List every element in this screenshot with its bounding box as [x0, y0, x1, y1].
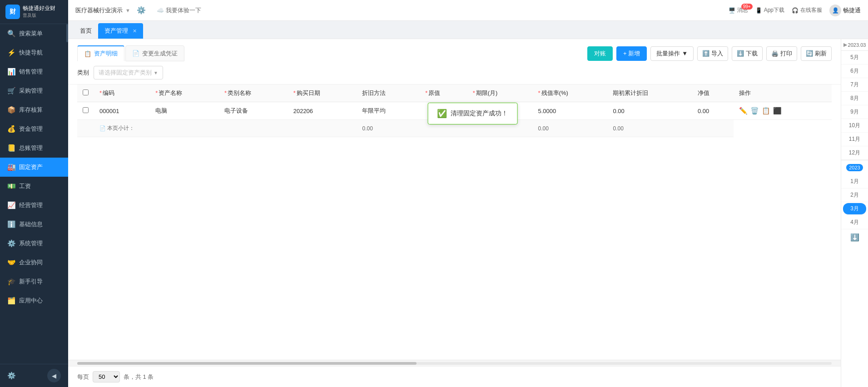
tab-home[interactable]: 首页	[75, 23, 96, 39]
timeline-month-apr[interactable]: 4月	[841, 216, 868, 229]
subtab-change-voucher[interactable]: 📄 变更生成凭证	[125, 45, 184, 61]
scrollbar-thumb[interactable]	[77, 362, 417, 365]
sales-icon: 📊	[7, 68, 15, 76]
category-filter-placeholder: 请选择固定资产类别	[99, 69, 152, 77]
sidebar-item-basic-info[interactable]: ℹ️ 基础信息	[0, 215, 68, 234]
row-residual-rate: 5.0000	[533, 102, 608, 120]
edit-icon[interactable]: ✏️	[739, 107, 748, 115]
experience-button[interactable]: ☁️ 我要体验一下	[157, 6, 201, 15]
sidebar-item-label: 企业协同	[19, 258, 43, 267]
filter-bar: 类别 请选择固定资产类别 ▼	[68, 61, 841, 84]
app-download-button[interactable]: 📱 App下载	[755, 6, 784, 14]
refresh-button[interactable]: 🔄 刷新	[801, 46, 832, 61]
import-button[interactable]: ⬆️ 导入	[697, 46, 728, 61]
app-download-label: App下载	[764, 6, 784, 14]
timeline-month-10[interactable]: 10月	[841, 119, 868, 133]
sidebar-item-app-center[interactable]: 🗂️ 应用中心	[0, 291, 68, 310]
content-area: 📋 资产明细 📄 变更生成凭证 对账 + 新增	[68, 39, 868, 387]
sidebar-item-guide[interactable]: 🎓 新手引导	[0, 272, 68, 291]
timeline-month-11[interactable]: 11月	[841, 133, 868, 146]
per-page-select[interactable]: 50 100 200	[93, 371, 120, 382]
timeline-collapse-icon[interactable]: ▶	[843, 42, 847, 48]
copy-icon[interactable]: 📋	[762, 107, 770, 115]
tab-close-icon[interactable]: ✕	[133, 28, 137, 34]
tabs-bar: 首页 资产管理 ✕	[68, 21, 868, 39]
user-menu[interactable]: 👤 畅捷通	[829, 5, 861, 16]
sidebar-item-label: 总账管理	[19, 144, 43, 152]
sidebar-logo: 财 畅捷通好业财 普及版	[0, 0, 68, 24]
sidebar-nav: 🔍 搜索菜单 ⚡ 快捷导航 📊 销售管理 🛒 采购管理 📦 库存核算 💰 资金管…	[0, 24, 68, 364]
sidebar-item-inventory[interactable]: 📦 库存核算	[0, 100, 68, 119]
refresh-icon: 🔄	[806, 50, 813, 57]
more-icon[interactable]: ⬛	[773, 107, 782, 115]
topbar-right: 🖥️ 消息 99+ 📱 App下载 🎧 在线客服 👤 畅捷通	[729, 5, 861, 16]
purchase-icon: 🛒	[7, 87, 15, 95]
sidebar-item-fixed-assets[interactable]: 🏭 固定资产	[0, 158, 68, 177]
timeline-month-mar-current[interactable]: 3月	[843, 203, 866, 215]
timeline-month-12[interactable]: 12月	[841, 146, 868, 160]
topbar-settings-icon[interactable]: ⚙️	[135, 4, 148, 16]
sidebar-item-label: 资金管理	[19, 125, 43, 133]
row-accumulated-depreciation: 0.00	[607, 102, 692, 120]
category-filter-select[interactable]: 请选择固定资产类别 ▼	[94, 66, 163, 79]
timeline-down-nav: ⬇️	[841, 229, 868, 245]
settings-bottom-icon[interactable]: ⚙️	[7, 372, 16, 380]
messages-button[interactable]: 🖥️ 消息 99+	[729, 6, 748, 14]
th-purchase-date: *购买日期	[288, 84, 357, 102]
sidebar-item-sales[interactable]: 📊 销售管理	[0, 62, 68, 81]
timeline-down-icon[interactable]: ⬇️	[850, 233, 859, 242]
category-filter-label: 类别	[77, 69, 89, 77]
avatar: 👤	[829, 5, 841, 16]
row-category: 电子设备	[219, 102, 288, 120]
sidebar-item-payroll[interactable]: 💵 工资	[0, 177, 68, 196]
message-icon: 🖥️	[729, 7, 735, 14]
app-center-icon: 🗂️	[7, 297, 15, 305]
th-period: *期限(月)	[467, 84, 533, 102]
timeline-month-9[interactable]: 9月	[841, 105, 868, 119]
row-code: 000001	[94, 102, 150, 120]
sidebar-item-label: 系统管理	[19, 239, 43, 248]
logo-icon: 财	[5, 5, 20, 19]
subtotal-accumulated: 0.00	[533, 120, 608, 137]
company-selector[interactable]: 医疗器械行业演示 ▼	[75, 6, 130, 15]
subtab-asset-detail[interactable]: 📋 资产明细	[77, 45, 124, 61]
tab-asset-management[interactable]: 资产管理 ✕	[98, 23, 143, 39]
logo-sub: 普及版	[23, 12, 55, 19]
sidebar-item-label: 应用中心	[19, 297, 43, 305]
timeline-month-jan[interactable]: 1月	[841, 175, 868, 189]
tab-home-label: 首页	[80, 27, 92, 34]
add-new-button[interactable]: + 新增	[616, 46, 647, 61]
print-label: 打印	[780, 50, 792, 58]
timeline-month-6[interactable]: 6月	[841, 64, 868, 78]
delete-icon[interactable]: 🗑️	[750, 107, 759, 115]
sidebar-item-label: 新手引导	[19, 278, 43, 286]
sidebar-item-finance[interactable]: 💰 资金管理	[0, 119, 68, 139]
tab-asset-label: 资产管理	[104, 27, 128, 34]
print-button[interactable]: 🖨️ 打印	[766, 46, 797, 61]
timeline-month-7[interactable]: 7月	[841, 78, 868, 92]
sidebar-collapse-button[interactable]: ◀	[47, 369, 61, 382]
sidebar-scrollbar	[66, 24, 68, 42]
customer-service-button[interactable]: 🎧 在线客服	[792, 6, 822, 14]
horizontal-scrollbar[interactable]	[68, 360, 841, 366]
sidebar-item-management[interactable]: 📈 经营管理	[0, 196, 68, 215]
row-actions: ✏️ 🗑️ 📋 ⬛	[734, 102, 832, 120]
sidebar-item-quicknav[interactable]: ⚡ 快捷导航	[0, 43, 68, 62]
sidebar-item-search[interactable]: 🔍 搜索菜单	[0, 24, 68, 43]
action-icons: ✏️ 🗑️ 📋 ⬛	[739, 107, 826, 115]
sidebar-item-label: 工资	[19, 182, 31, 190]
sidebar-item-collab[interactable]: 🤝 企业协同	[0, 253, 68, 272]
sidebar-item-label: 固定资产	[19, 163, 43, 171]
timeline-month-feb[interactable]: 2月	[841, 189, 868, 202]
select-all-checkbox[interactable]	[83, 89, 89, 95]
timeline-month-8[interactable]: 8月	[841, 92, 868, 105]
timeline-month-5[interactable]: 5月	[841, 51, 868, 64]
reconcile-button[interactable]: 对账	[587, 46, 613, 61]
download-button[interactable]: ⬇️ 下载	[732, 46, 763, 61]
sidebar-item-purchase[interactable]: 🛒 采购管理	[0, 81, 68, 100]
batch-ops-button[interactable]: 批量操作 ▼	[650, 46, 694, 61]
sidebar-item-system[interactable]: ⚙️ 系统管理	[0, 234, 68, 253]
sidebar-item-ledger[interactable]: 📒 总账管理	[0, 139, 68, 158]
row-checkbox[interactable]	[83, 107, 89, 113]
add-new-label: + 新增	[623, 50, 640, 58]
